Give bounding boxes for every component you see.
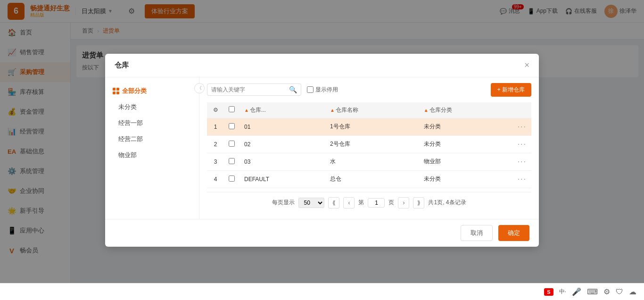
table-row: 2 02 2号仓库 未分类 ···: [207, 135, 531, 153]
taskbar-settings-icon[interactable]: ⚙: [603, 287, 610, 296]
modal-footer: 取消 确定: [105, 219, 539, 247]
search-box: 🔍: [207, 83, 301, 96]
th-name: ▲仓库名称: [325, 102, 419, 118]
sort-code-icon: ▲: [244, 108, 249, 113]
row-dots-1: ···: [513, 118, 531, 135]
modal-title: 仓库: [115, 61, 129, 70]
modal-overlay: 仓库 × 《 全部分类 未分类 经营一部 经营二部 物业部: [0, 0, 644, 300]
th-code: ▲仓库...: [239, 102, 325, 118]
keyboard-icon[interactable]: ⌨: [587, 287, 598, 296]
page-prev-button[interactable]: ‹: [343, 197, 355, 208]
row-dots-2: ···: [513, 135, 531, 153]
row-category-1: 未分类: [419, 118, 513, 135]
panel-collapse-button[interactable]: 《: [194, 83, 205, 93]
page-size-select[interactable]: 50 10 20 100: [298, 198, 324, 208]
page-first-button[interactable]: ⟪: [328, 197, 339, 208]
table-row: 4 DEFAULT 总仓 未分类 ···: [207, 170, 531, 188]
row-name-3: 水: [325, 153, 419, 170]
category-item-property[interactable]: 物业部: [105, 147, 199, 163]
table-scroll-area: ⚙ ▲仓库... ▲仓库名称 ▲仓库分类: [207, 102, 531, 188]
taskbar-logo: S: [544, 288, 553, 296]
row-checkbox-3[interactable]: [229, 158, 235, 164]
row-num-1: 1: [207, 118, 224, 135]
row-category-2: 未分类: [419, 135, 513, 153]
table-body: 1 01 1号仓库 未分类 ··· 2 02 2: [207, 118, 531, 188]
row-action-2[interactable]: ···: [518, 140, 527, 148]
row-action-4[interactable]: ···: [518, 175, 527, 183]
pagination: 每页显示 50 10 20 100 ⟪ ‹ 第 页 › ⟫ 共1页, 4条记录: [207, 192, 531, 213]
row-category-3: 物业部: [419, 153, 513, 170]
row-code-3: 03: [239, 153, 325, 170]
page-number-input[interactable]: [368, 198, 385, 208]
page-label: 第: [358, 199, 364, 207]
total-info: 共1页, 4条记录: [428, 199, 466, 207]
th-actions: [513, 102, 531, 118]
row-checkbox-2[interactable]: [229, 141, 235, 147]
table-header: ⚙ ▲仓库... ▲仓库名称 ▲仓库分类: [207, 102, 531, 118]
search-icon: 🔍: [289, 86, 297, 93]
table-row: 3 03 水 物业部 ···: [207, 153, 531, 170]
modal-toolbar: 🔍 显示停用 + 新增仓库: [207, 83, 531, 97]
modal-header: 仓库 ×: [105, 54, 539, 77]
grid-icon: [113, 88, 119, 94]
category-item-op1[interactable]: 经营一部: [105, 115, 199, 131]
taskbar-label: 中·: [559, 288, 566, 296]
category-item-unclassified[interactable]: 未分类: [105, 99, 199, 115]
category-all[interactable]: 全部分类: [105, 83, 199, 99]
warehouse-table: ⚙ ▲仓库... ▲仓库名称 ▲仓库分类: [207, 102, 531, 188]
modal-body: 《 全部分类 未分类 经营一部 经营二部 物业部 🔍: [105, 77, 539, 219]
taskbar-shield-icon[interactable]: 🛡: [616, 288, 623, 296]
warehouse-modal: 仓库 × 《 全部分类 未分类 经营一部 经营二部 物业部: [105, 54, 539, 247]
row-action-3[interactable]: ···: [518, 158, 527, 166]
taskbar-weather-icon[interactable]: ☁: [629, 287, 636, 296]
row-check-4: [224, 170, 239, 188]
microphone-icon[interactable]: 🎤: [572, 287, 581, 296]
show-disabled-label: 显示停用: [307, 86, 338, 94]
sort-name-icon: ▲: [330, 108, 335, 113]
modal-category-panel: 《 全部分类 未分类 经营一部 经营二部 物业部: [105, 77, 199, 219]
page-size-label: 每页显示: [272, 199, 295, 207]
search-input[interactable]: [211, 86, 286, 93]
confirm-button[interactable]: 确定: [498, 225, 529, 241]
page-suffix: 页: [388, 199, 394, 207]
page-last-button[interactable]: ⟫: [413, 197, 424, 208]
row-name-4: 总仓: [325, 170, 419, 188]
add-warehouse-button[interactable]: + 新增仓库: [491, 83, 531, 97]
th-settings: ⚙: [207, 102, 224, 118]
table-row: 1 01 1号仓库 未分类 ···: [207, 118, 531, 135]
modal-close-button[interactable]: ×: [524, 60, 529, 70]
category-item-op2[interactable]: 经营二部: [105, 131, 199, 147]
sort-category-icon: ▲: [424, 108, 429, 113]
category-all-label: 全部分类: [122, 87, 147, 95]
page-next-button[interactable]: ›: [398, 197, 409, 208]
th-category: ▲仓库分类: [419, 102, 513, 118]
row-num-3: 3: [207, 153, 224, 170]
row-code-1: 01: [239, 118, 325, 135]
row-code-2: 02: [239, 135, 325, 153]
row-dots-3: ···: [513, 153, 531, 170]
cancel-button[interactable]: 取消: [461, 225, 493, 241]
row-checkbox-4[interactable]: [229, 175, 235, 182]
row-check-3: [224, 153, 239, 170]
row-name-2: 2号仓库: [325, 135, 419, 153]
row-action-1[interactable]: ···: [518, 123, 527, 131]
show-disabled-text: 显示停用: [315, 86, 338, 94]
row-code-4: DEFAULT: [239, 170, 325, 188]
row-dots-4: ···: [513, 170, 531, 188]
row-category-4: 未分类: [419, 170, 513, 188]
row-check-2: [224, 135, 239, 153]
row-checkbox-1[interactable]: [229, 123, 235, 129]
select-all-checkbox[interactable]: [229, 106, 235, 112]
taskbar: S 中· 🎤 ⌨ ⚙ 🛡 ☁: [0, 283, 644, 300]
modal-table-panel: 🔍 显示停用 + 新增仓库 ⚙: [199, 77, 539, 219]
row-name-1: 1号仓库: [325, 118, 419, 135]
row-num-4: 4: [207, 170, 224, 188]
th-checkbox: [224, 102, 239, 118]
show-disabled-checkbox[interactable]: [307, 86, 314, 93]
row-check-1: [224, 118, 239, 135]
row-num-2: 2: [207, 135, 224, 153]
